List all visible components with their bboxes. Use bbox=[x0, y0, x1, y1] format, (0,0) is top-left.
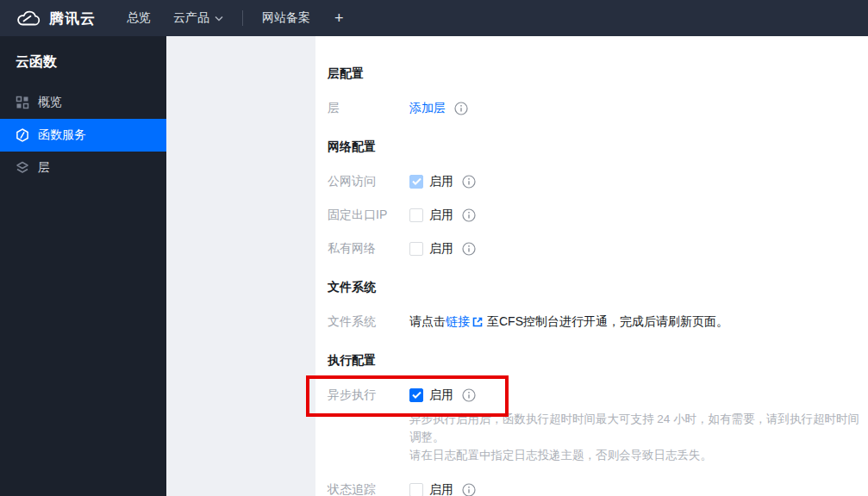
nav-item-overview[interactable]: 总览 bbox=[127, 10, 151, 26]
external-link-icon[interactable] bbox=[471, 316, 484, 328]
nav-divider bbox=[242, 10, 243, 26]
row-label: 私有网络 bbox=[328, 241, 409, 257]
info-icon[interactable] bbox=[462, 242, 476, 256]
sidebar-title: 云函数 bbox=[0, 36, 166, 86]
nav-item-website-icp[interactable]: 网站备案 bbox=[262, 10, 310, 26]
row-label: 公网访问 bbox=[328, 174, 409, 189]
top-navbar: 腾讯云 总览 云产品 网站备案 + bbox=[0, 0, 868, 36]
layers-icon bbox=[16, 161, 29, 175]
async-execution-checkbox[interactable] bbox=[409, 388, 423, 402]
form-row-fixed-ip: 固定出口IP 启用 bbox=[328, 198, 868, 232]
row-label: 固定出口IP bbox=[328, 208, 409, 223]
nav-add-tab-button[interactable]: + bbox=[334, 9, 344, 28]
sidebar-item-function-service[interactable]: 函数服务 bbox=[0, 119, 166, 152]
status-trace-checkbox[interactable] bbox=[409, 483, 423, 496]
fs-text-after: 至CFS控制台进行开通，完成后请刷新页面。 bbox=[487, 314, 728, 330]
form-row-status-trace: 状态追踪 启用 bbox=[328, 473, 868, 496]
sidebar-item-label: 概览 bbox=[38, 95, 62, 110]
helper-line-2: 请在日志配置中指定日志投递主题，否则会导致日志丢失。 bbox=[409, 446, 862, 464]
row-label: 层 bbox=[328, 101, 409, 116]
tencent-cloud-logo-icon bbox=[16, 8, 43, 28]
row-label: 文件系统 bbox=[328, 314, 409, 330]
settings-content: 层配置 层 添加层 网络配置 公网访问 启用 bbox=[315, 36, 868, 496]
public-access-checkbox[interactable] bbox=[409, 175, 423, 189]
section-title-network-config: 网络配置 bbox=[328, 130, 868, 164]
helper-line-1: 异步执行启用后，函数执行超时时间最大可支持 24 小时，如有需要，请到执行超时时… bbox=[409, 410, 862, 446]
fs-text-before: 请点击 bbox=[409, 314, 446, 330]
row-label: 状态追踪 bbox=[328, 482, 409, 496]
info-icon[interactable] bbox=[462, 208, 476, 222]
enable-label: 启用 bbox=[429, 174, 453, 189]
enable-label: 启用 bbox=[429, 388, 453, 403]
enable-label: 启用 bbox=[429, 482, 453, 496]
async-execution-helper-text: 异步执行启用后，函数执行超时时间最大可支持 24 小时，如有需要，请到执行超时时… bbox=[409, 410, 862, 464]
row-label: 异步执行 bbox=[328, 388, 409, 403]
vpc-checkbox[interactable] bbox=[409, 242, 423, 256]
enable-label: 启用 bbox=[429, 208, 453, 223]
sidebar-item-overview[interactable]: 概览 bbox=[0, 86, 166, 119]
section-title-file-system: 文件系统 bbox=[328, 270, 868, 305]
function-icon bbox=[16, 128, 29, 142]
add-layer-link[interactable]: 添加层 bbox=[409, 101, 446, 116]
cfs-console-link[interactable]: 链接 bbox=[446, 314, 470, 330]
enable-label: 启用 bbox=[429, 241, 453, 257]
brand-name: 腾讯云 bbox=[49, 9, 96, 28]
form-row-file-system: 文件系统 请点击 链接 至CFS控制台进行开通，完成后请刷新页面。 bbox=[328, 305, 868, 338]
grid-icon bbox=[16, 96, 29, 109]
sidebar-item-label: 层 bbox=[38, 160, 50, 176]
sidebar-item-label: 函数服务 bbox=[38, 127, 86, 143]
info-icon[interactable] bbox=[454, 102, 468, 115]
left-sidebar: 云函数 概览 函数服务 层 bbox=[0, 36, 166, 496]
secondary-panel bbox=[166, 36, 315, 496]
form-row-async-execution: 异步执行 启用 bbox=[328, 378, 868, 412]
nav-item-cloud-products[interactable]: 云产品 bbox=[173, 10, 223, 26]
form-row-vpc: 私有网络 启用 bbox=[328, 232, 868, 265]
fixed-ip-checkbox[interactable] bbox=[409, 208, 423, 222]
section-title-execution-config: 执行配置 bbox=[328, 344, 868, 378]
section-title-layer-config: 层配置 bbox=[328, 57, 868, 91]
form-row-public-access: 公网访问 启用 bbox=[328, 164, 868, 198]
info-icon[interactable] bbox=[462, 388, 476, 402]
form-row-layer: 层 添加层 bbox=[328, 91, 868, 125]
sidebar-item-layers[interactable]: 层 bbox=[0, 152, 166, 184]
brand[interactable]: 腾讯云 bbox=[16, 8, 96, 28]
chevron-down-icon bbox=[215, 16, 223, 22]
info-icon[interactable] bbox=[462, 175, 476, 189]
info-icon[interactable] bbox=[462, 483, 476, 496]
